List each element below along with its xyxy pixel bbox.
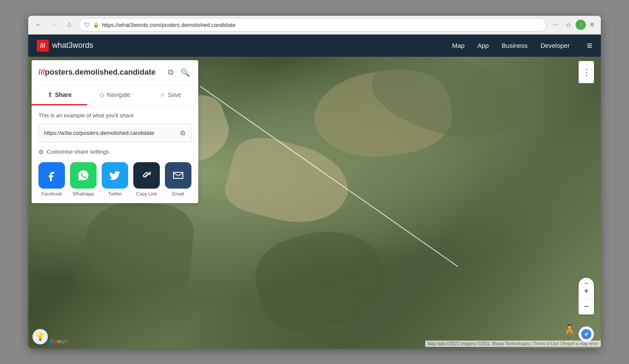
settings-icon: ⚙ [38,149,44,155]
w3w-address-text: posters.demolished.candidate [45,68,156,76]
more-button[interactable]: ··· [550,19,561,30]
copy-link-label: Copy Link [136,191,157,196]
zoom-in-button[interactable]: + [579,284,594,299]
google-logo: G o o g l e [50,338,69,344]
logo-icon: /// [37,40,49,52]
copy-url-button[interactable]: ⧉ [179,128,186,138]
forward-button[interactable]: → [48,19,60,31]
tabs: ⇧ Share ◇ Navigate ☆ Save [32,85,198,105]
shield-icon: 🛡 [84,21,90,28]
panel-header-actions: ⧉ 🔍 [166,66,191,79]
share-icon: ⇧ [47,91,53,98]
logo-slashes: /// [40,42,45,49]
w3w-address: ///posters.demolished.candidate [38,68,166,77]
terrain-patch-4 [82,198,196,292]
twitter-icon [102,162,128,189]
tab-navigate-label: Navigate [107,91,130,98]
bookmark-button[interactable]: ☆ [563,19,574,31]
map-container: ///posters.demolished.candidate ⧉ 🔍 ⇧ Sh… [28,57,601,349]
browser-window: ← → ⌂ 🛡 🔒 https://what3words.com/posters… [28,16,601,349]
tab-save[interactable]: ☆ Save [143,85,198,105]
nav-map[interactable]: Map [452,42,464,49]
navigate-icon: ◇ [100,91,104,98]
address-bar[interactable]: 🛡 🔒 https://what3words.com/posters.demol… [79,18,547,32]
share-url-box: https://w3w.co/posters.demolished.candid… [38,124,191,143]
more-options-button[interactable]: ⋮ [579,61,594,83]
facebook-icon [38,162,65,189]
svg-text:🌍: 🌍 [584,332,589,338]
tab-share[interactable]: ⇧ Share [32,85,87,105]
email-icon [165,162,191,189]
facebook-label: Facebook [41,191,62,196]
tab-navigate[interactable]: ◇ Navigate [87,85,143,105]
back-button[interactable]: ← [32,19,44,31]
whatsapp-icon [70,162,97,189]
terrain-patch-5 [247,217,396,341]
layers-button[interactable]: 🌍 [579,326,594,342]
zoom-out-button[interactable]: − [579,299,594,314]
share-url-text: https://w3w.co/posters.demolished.candid… [44,130,179,136]
share-example-text: This is an example of what you'll share [38,112,191,119]
extension-icon[interactable]: ↑ [576,20,586,30]
whatsapp-label: Whatsapp [73,191,94,196]
nav-developer[interactable]: Developer [541,42,570,49]
app-header: /// what3words Map App Business Develope… [28,35,601,57]
pegman-button[interactable]: 🧍 [561,320,577,342]
tab-save-label: Save [168,91,182,98]
copy-link-icon [133,162,160,189]
search-button[interactable]: 🔍 [179,66,191,79]
panel-header: ///posters.demolished.candidate ⧉ 🔍 [32,60,198,85]
brand-name: what3words [52,41,93,50]
lock-icon: 🔒 [93,22,99,28]
app-logo[interactable]: /// what3words [37,40,93,52]
nav-business[interactable]: Business [502,42,528,49]
w3w-prefix: /// [38,68,45,76]
share-copy-link-item[interactable]: Copy Link [133,162,160,196]
lightbulb-button[interactable]: 💡 [32,329,48,344]
menu-button[interactable]: ≡ [588,19,597,30]
share-facebook-item[interactable]: Facebook [38,162,65,196]
share-twitter-item[interactable]: Twitter [102,162,128,196]
share-email-item[interactable]: Email [165,162,191,196]
email-label: Email [172,191,184,196]
home-button[interactable]: ⌂ [63,19,75,31]
copy-address-button[interactable]: ⧉ [166,66,175,79]
browser-actions: ··· ☆ ↑ ≡ [550,19,597,31]
customise-link[interactable]: ⚙ Customise share settings [38,149,191,155]
hamburger-button[interactable]: ≡ [587,40,592,51]
zoom-controls: + − [579,284,594,314]
share-buttons: Facebook Whatsapp [38,162,191,196]
browser-chrome: ← → ⌂ 🛡 🔒 https://what3words.com/posters… [28,16,601,35]
share-content: This is an example of what you'll share … [32,105,198,203]
save-icon: ☆ [160,91,165,98]
url-text: https://what3words.com/posters.demolishe… [102,22,541,28]
tab-share-label: Share [55,91,72,98]
share-panel: ///posters.demolished.candidate ⧉ 🔍 ⇧ Sh… [32,60,198,203]
customise-label: Customise share settings [47,149,109,155]
share-whatsapp-item[interactable]: Whatsapp [70,162,97,196]
nav-app[interactable]: App [477,42,489,49]
map-attribution: Map data ©2021 Imagery ©2021, Maxar Tech… [425,341,601,347]
twitter-label: Twitter [108,191,122,196]
app-nav: Map App Business Developer ≡ [452,40,592,51]
